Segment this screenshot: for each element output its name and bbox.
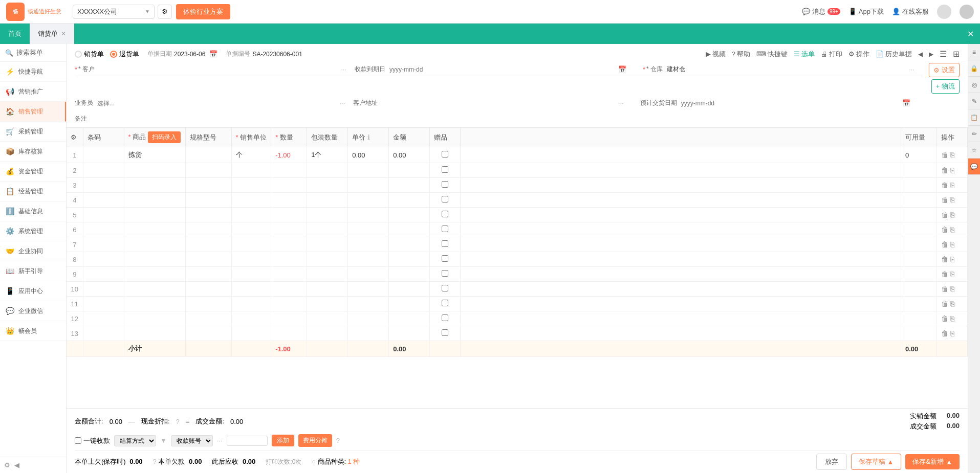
row-barcode[interactable]	[83, 193, 124, 208]
right-float-btn-5[interactable]: 📋	[968, 109, 980, 126]
row-price[interactable]: 0.00	[348, 147, 389, 163]
right-float-btn-3[interactable]: ◎	[968, 77, 980, 93]
row-spec[interactable]	[185, 297, 231, 311]
abandon-button[interactable]: 放弃	[816, 454, 847, 470]
payable-info-icon[interactable]: ?	[153, 458, 157, 465]
copy-icon[interactable]: ⎘	[950, 270, 954, 278]
row-unit[interactable]	[231, 208, 271, 222]
row-product[interactable]	[124, 326, 185, 341]
addr-dots-icon[interactable]: ···	[618, 99, 624, 107]
row-packqty[interactable]: 1个	[307, 147, 348, 163]
save-new-button[interactable]: 保存&新增 ▲	[905, 454, 960, 469]
row-gift[interactable]	[430, 267, 461, 282]
row-qty[interactable]	[271, 208, 307, 222]
row-barcode[interactable]	[83, 222, 124, 237]
customer-dots-icon[interactable]: ···	[341, 65, 346, 73]
delete-icon[interactable]: 🗑	[941, 329, 948, 337]
row-product[interactable]	[124, 178, 185, 193]
row-product[interactable]	[124, 282, 185, 297]
row-spec[interactable]	[185, 178, 231, 193]
discount-info-icon[interactable]: ?	[176, 418, 180, 425]
right-float-btn-1[interactable]: ≡	[968, 44, 980, 60]
copy-icon[interactable]: ⎘	[950, 166, 954, 174]
delete-icon[interactable]: 🗑	[941, 314, 948, 323]
row-packqty[interactable]	[307, 178, 348, 193]
row-packqty[interactable]	[307, 208, 348, 222]
message-btn[interactable]: 💬 消息 99+	[802, 7, 840, 16]
row-amount[interactable]	[389, 326, 430, 341]
setup-btn[interactable]: ⚙ 设置	[929, 63, 960, 77]
radio-return-doc[interactable]: 退货单	[110, 50, 139, 59]
copy-icon[interactable]: ⎘	[950, 211, 954, 219]
row-qty[interactable]	[271, 267, 307, 282]
row-price[interactable]	[348, 326, 389, 341]
avatar2[interactable]	[960, 5, 974, 19]
row-gift[interactable]	[430, 222, 461, 237]
row-barcode[interactable]	[83, 237, 124, 252]
delete-icon[interactable]: 🗑	[941, 166, 948, 174]
delete-icon[interactable]: 🗑	[941, 151, 948, 159]
expense-help-icon[interactable]: ?	[336, 437, 340, 444]
sidebar-item-finance[interactable]: 💰 资金管理	[0, 162, 66, 182]
row-amount[interactable]	[389, 208, 430, 222]
row-gift[interactable]	[430, 311, 461, 326]
scan-btn[interactable]: 扫码录入	[148, 131, 181, 143]
radio-sales-doc[interactable]: 销货单	[75, 50, 104, 59]
row-amount[interactable]	[389, 237, 430, 252]
row-amount[interactable]	[389, 193, 430, 208]
row-qty[interactable]	[271, 297, 307, 311]
view-grid-btn[interactable]: ⊞	[953, 49, 960, 59]
prev-btn[interactable]: ◀	[918, 51, 923, 58]
delete-icon[interactable]: 🗑	[941, 255, 948, 263]
customer-addr-input[interactable]	[382, 100, 618, 107]
row-price[interactable]	[348, 193, 389, 208]
row-price[interactable]	[348, 252, 389, 267]
sidebar-item-sales[interactable]: 🏠 销售管理	[0, 102, 66, 122]
row-unit[interactable]	[231, 178, 271, 193]
row-gift[interactable]	[430, 237, 461, 252]
history-btn[interactable]: 📄 历史单据	[876, 50, 912, 59]
row-product[interactable]: 拣货	[124, 147, 185, 163]
next-btn[interactable]: ▶	[929, 51, 933, 58]
row-qty[interactable]	[271, 237, 307, 252]
row-gift[interactable]	[430, 297, 461, 311]
copy-icon[interactable]: ⎘	[950, 181, 954, 189]
row-barcode[interactable]	[83, 267, 124, 282]
sidebar-item-member[interactable]: 👑 畅会员	[0, 321, 66, 341]
row-unit[interactable]	[231, 237, 271, 252]
settlement-select[interactable]: 结算方式	[114, 435, 156, 446]
row-unit[interactable]	[231, 297, 271, 311]
row-unit[interactable]	[231, 326, 271, 341]
row-product[interactable]	[124, 237, 185, 252]
row-barcode[interactable]	[83, 282, 124, 297]
row-price[interactable]	[348, 237, 389, 252]
row-packqty[interactable]	[307, 282, 348, 297]
row-amount[interactable]	[389, 282, 430, 297]
view-list-btn[interactable]: ☰	[940, 49, 947, 59]
sidebar-item-quick-nav[interactable]: ⚡ 快捷导航	[0, 62, 66, 82]
row-price[interactable]	[348, 163, 389, 178]
row-qty[interactable]	[271, 282, 307, 297]
expected-date-calendar-icon[interactable]: 📅	[902, 99, 910, 107]
account-select[interactable]: 收款账号	[171, 435, 213, 446]
copy-icon[interactable]: ⎘	[950, 196, 954, 204]
row-amount[interactable]	[389, 311, 430, 326]
row-qty[interactable]: -1.00	[271, 147, 307, 163]
trial-button[interactable]: 体验行业方案	[176, 4, 230, 19]
row-packqty[interactable]	[307, 163, 348, 178]
row-packqty[interactable]	[307, 326, 348, 341]
delete-icon[interactable]: 🗑	[941, 181, 948, 189]
row-barcode[interactable]	[83, 252, 124, 267]
sidebar-item-purchase[interactable]: 🛒 采购管理	[0, 122, 66, 142]
delete-icon[interactable]: 🗑	[941, 270, 948, 278]
th-settings[interactable]: ⚙	[67, 128, 83, 147]
row-unit[interactable]	[231, 163, 271, 178]
one-click-checkbox[interactable]	[75, 437, 81, 444]
close-window-icon[interactable]: ✕	[967, 29, 974, 39]
row-barcode[interactable]	[83, 297, 124, 311]
company-selector[interactable]: XXXXXX公司 ▼	[73, 5, 155, 19]
row-amount[interactable]	[389, 252, 430, 267]
row-product[interactable]	[124, 311, 185, 326]
row-gift[interactable]	[430, 193, 461, 208]
row-amount[interactable]	[389, 163, 430, 178]
